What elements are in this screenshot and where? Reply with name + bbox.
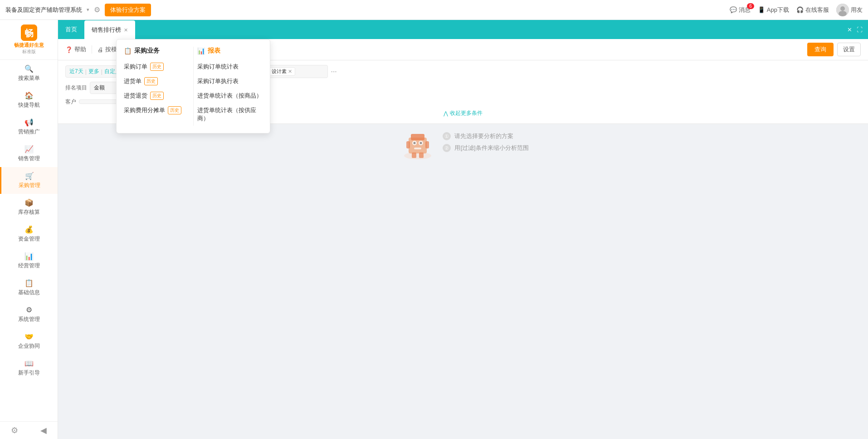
dropdown-col2-title: 📊 报表 (197, 47, 263, 55)
system-icon: ⚙ (26, 306, 32, 314)
online-service-btn[interactable]: 🎧 在线客服 (796, 6, 829, 14)
sidebar-item-search[interactable]: 🔍 搜索菜单 (0, 60, 58, 87)
finance-icon: 💰 (24, 225, 34, 234)
top-bar-left: 装备及固定资产辅助管理系统 ▾ ⚙ 体验行业方案 (5, 4, 151, 16)
col1-icon: 📋 (124, 47, 132, 54)
goods-control[interactable]: 设计素 ✕ (264, 65, 328, 78)
history-badge-0: 历史 (150, 63, 164, 71)
top-bar-right: 💬 消息 6 📱 App下载 🎧 在线客服 用友 (730, 4, 863, 16)
goods-filter-dots[interactable]: ··· (331, 68, 336, 76)
customer-label: 客户 (65, 98, 76, 106)
home-icon: 🏠 (24, 91, 34, 100)
dropdown-item-purchase-order[interactable]: 采购订单 历史 (124, 59, 190, 74)
dropdown-col-business: 📋 采购业务 采购订单 历史 进货单 历史 进货退货 (124, 47, 190, 126)
ranking-value: 金额 (94, 84, 105, 92)
message-icon: 💬 (730, 6, 737, 13)
date-option-7days[interactable]: 近7天 (69, 68, 83, 75)
app-download-label: App下载 (767, 6, 789, 14)
tab-sales-ranking[interactable]: 销售排行榜 ✕ (84, 20, 135, 39)
sidebar-item-nav[interactable]: 🏠 快捷导航 (0, 87, 58, 113)
settings-btn[interactable]: 设置 (837, 43, 861, 56)
sidebar-item-label-finance: 资金管理 (18, 235, 40, 243)
sidebar-item-collab[interactable]: 🤝 企业协同 (0, 328, 58, 355)
sidebar-item-label-operation: 经营管理 (18, 262, 40, 270)
sidebar-item-system[interactable]: ⚙ 系统管理 (0, 301, 58, 328)
dropdown-item-incoming-supplier[interactable]: 进货单统计表（按供应商） (197, 103, 263, 126)
ranking-label: 排名项目 (65, 84, 87, 92)
purchase-dropdown: 📋 采购业务 采购订单 历史 进货单 历史 进货退货 (116, 39, 270, 133)
headset-icon: 🎧 (796, 6, 804, 13)
message-btn[interactable]: 💬 消息 6 (730, 6, 751, 14)
purchase-order-label: 采购订单 (124, 63, 147, 71)
goods-tag-remove[interactable]: ✕ (288, 69, 292, 74)
sidebar-logo: 畅 畅捷通好生意 标准版 (0, 20, 58, 60)
window-close-icon[interactable]: ✕ (847, 26, 852, 33)
avatar (836, 4, 849, 16)
sidebar-item-basic[interactable]: 📋 基础信息 (0, 274, 58, 301)
header-right-icons: ✕ ⛶ (847, 26, 868, 33)
svg-point-10 (414, 142, 416, 144)
top-bar: 装备及固定资产辅助管理系统 ▾ ⚙ 体验行业方案 💬 消息 6 📱 App下载 … (0, 0, 868, 20)
sidebar-item-finance[interactable]: 💰 资金管理 (0, 221, 58, 247)
sidebar-nav: 🔍 搜索菜单 🏠 快捷导航 📢 营销推广 📈 销售管理 🛒 采购管 (0, 60, 58, 421)
empty-icon (397, 124, 434, 160)
dropdown-item-incoming-product[interactable]: 进货单统计表（按商品） (197, 89, 263, 103)
sidebar-settings-icon[interactable]: ⚙ (11, 425, 18, 435)
collapse-btn[interactable]: ⋀ 收起更多条件 (444, 109, 483, 117)
sidebar-item-label-inventory: 库存核算 (18, 208, 40, 216)
svg-rect-12 (414, 148, 421, 149)
system-title: 装备及固定资产辅助管理系统 (5, 6, 82, 14)
empty-text: ① 请先选择要分析的方案 ② 用[过滤]条件来缩小分析范围 (443, 132, 528, 152)
svg-rect-7 (411, 134, 424, 140)
tab-close-icon[interactable]: ✕ (124, 27, 128, 33)
sales-icon: 📈 (24, 145, 34, 153)
user-name-label: 用友 (851, 6, 863, 14)
app-download-btn[interactable]: 📱 App下载 (758, 6, 789, 14)
industry-btn[interactable]: 体验行业方案 (105, 4, 151, 16)
sidebar-item-sales[interactable]: 📈 销售管理 (0, 140, 58, 167)
sidebar-item-purchase[interactable]: 🛒 采购管理 (0, 167, 58, 194)
dropdown-item-order-exec[interactable]: 采购订单执行表 (197, 74, 263, 89)
incoming-label: 进货单 (124, 77, 141, 85)
empty-hint-2: ② 用[过滤]条件来缩小分析范围 (443, 144, 528, 152)
sidebar-item-label-system: 系统管理 (18, 316, 40, 323)
empty-hint-1: ① 请先选择要分析的方案 (443, 132, 528, 140)
order-stat-label: 采购订单统计表 (197, 63, 239, 71)
date-option-more[interactable]: 更多 (88, 68, 99, 75)
dropdown-item-order-stat[interactable]: 采购订单统计表 (197, 59, 263, 74)
action-btns: 查询 设置 (807, 43, 861, 56)
sidebar-item-marketing[interactable]: 📢 营销推广 (0, 113, 58, 140)
dropdown-item-return[interactable]: 进货退货 历史 (124, 89, 190, 103)
phone-icon: 📱 (758, 6, 765, 13)
print-icon: 🖨 (98, 46, 103, 53)
sidebar-item-operation[interactable]: 📊 经营管理 (0, 247, 58, 274)
svg-rect-13 (406, 141, 410, 148)
search-icon: 🔍 (24, 64, 34, 73)
guide-icon: 📖 (24, 359, 34, 368)
sidebar-collapse-icon[interactable]: ◀ (40, 425, 47, 435)
operation-icon: 📊 (24, 252, 34, 261)
tab-home[interactable]: 首页 (58, 20, 84, 39)
return-label: 进货退货 (124, 92, 147, 100)
main-area: 畅 畅捷通好生意 标准版 🔍 搜索菜单 🏠 快捷导航 📢 (0, 20, 868, 439)
dropdown-item-incoming[interactable]: 进货单 历史 (124, 74, 190, 89)
help-btn[interactable]: ❓ 帮助 (65, 45, 86, 54)
help-icon: ❓ (65, 46, 73, 53)
logo-title: 畅捷通好生意 (0, 42, 58, 49)
sidebar-item-inventory[interactable]: 📦 库存核算 (0, 194, 58, 221)
header-nav: 首页 销售排行榜 ✕ ✕ ⛶ (58, 20, 868, 39)
dropdown-item-expense[interactable]: 采购费用分摊单 历史 (124, 103, 190, 118)
collapse-label: 收起更多条件 (450, 109, 483, 117)
inventory-icon: 📦 (24, 198, 34, 207)
user-menu-btn[interactable]: 用友 (836, 4, 863, 16)
sidebar-item-label-sales: 销售管理 (18, 155, 40, 163)
tab-home-label: 首页 (65, 25, 77, 34)
history-badge-1: 历史 (144, 77, 158, 85)
sidebar-item-guide[interactable]: 📖 新手引导 (0, 355, 58, 381)
window-maximize-icon[interactable]: ⛶ (857, 26, 863, 33)
svg-point-2 (839, 11, 847, 16)
expense-label: 采购费用分摊单 (124, 106, 165, 114)
gear-icon[interactable]: ⚙ (94, 5, 100, 14)
dropdown-arrow-icon[interactable]: ▾ (87, 7, 89, 13)
query-btn[interactable]: 查询 (807, 43, 834, 56)
